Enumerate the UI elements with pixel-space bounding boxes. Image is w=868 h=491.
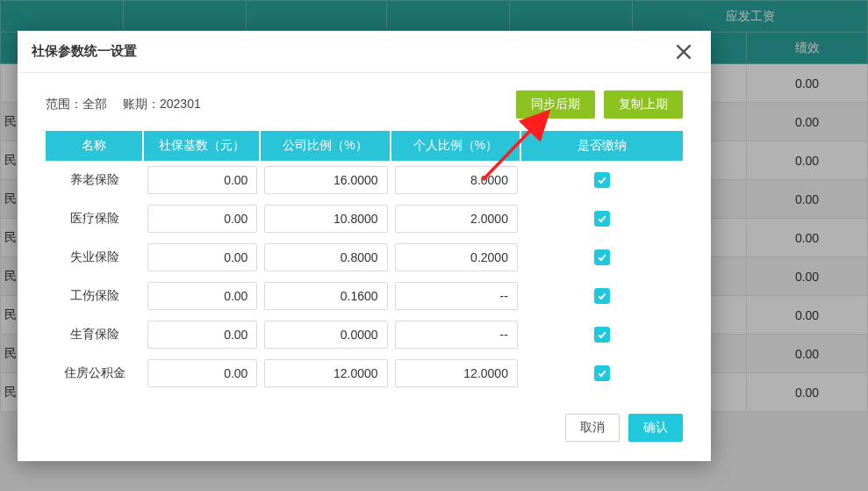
col-pay: 是否缴纳 (521, 131, 683, 161)
check-icon (597, 291, 607, 301)
pay-checkbox[interactable] (594, 327, 610, 343)
company-input[interactable] (264, 282, 387, 310)
bg-cell-perf: 0.00 (747, 103, 868, 141)
person-input[interactable] (395, 321, 518, 349)
check-icon (597, 252, 607, 263)
table-row: 失业保险 (46, 238, 683, 277)
row-name: 住房公积金 (46, 354, 144, 393)
person-input[interactable] (395, 166, 518, 194)
person-input[interactable] (395, 282, 518, 310)
bg-cell-perf: 0.00 (747, 296, 868, 335)
base-input[interactable] (147, 243, 257, 271)
table-row: 生育保险 (46, 315, 683, 354)
check-icon (597, 213, 607, 224)
scope-value: 全部 (82, 97, 107, 111)
insurance-grid: 名称 社保基数（元） 公司比例（%） 个人比例（%） 是否缴纳 养老保险医疗保险… (46, 131, 683, 393)
pay-checkbox[interactable] (594, 288, 610, 304)
pay-checkbox[interactable] (594, 172, 610, 188)
company-input[interactable] (264, 205, 387, 233)
base-input[interactable] (147, 359, 257, 387)
meta-row: 范围：全部 账期：202301 同步后期 复制上期 (46, 73, 683, 131)
person-input[interactable] (395, 243, 518, 271)
company-input[interactable] (264, 359, 387, 387)
bg-cell-perf: 0.00 (747, 141, 868, 180)
bg-cell-perf: 0.00 (747, 335, 868, 373)
modal-header: 社保参数统一设置 (18, 31, 711, 73)
base-input[interactable] (147, 282, 257, 310)
pay-checkbox[interactable] (594, 211, 610, 227)
company-input[interactable] (264, 166, 387, 194)
row-name: 失业保险 (46, 238, 144, 277)
person-input[interactable] (395, 359, 518, 387)
bg-cell-perf: 0.00 (747, 64, 868, 103)
table-row: 医疗保险 (46, 199, 683, 238)
cancel-button[interactable]: 取消 (565, 414, 620, 442)
table-row: 住房公积金 (46, 354, 683, 393)
col-company: 公司比例（%） (261, 131, 391, 161)
bg-cell-perf: 0.00 (747, 257, 868, 296)
period-label: 账期： (123, 97, 160, 111)
check-icon (597, 175, 607, 185)
table-row: 工伤保险 (46, 277, 683, 315)
row-name: 工伤保险 (46, 277, 144, 315)
col-base: 社保基数（元） (144, 131, 261, 161)
confirm-button[interactable]: 确认 (628, 414, 683, 442)
scope-label: 范围： (46, 97, 82, 111)
row-name: 生育保险 (46, 315, 144, 354)
sync-later-button[interactable]: 同步后期 (516, 90, 595, 119)
modal-footer: 取消 确认 (556, 414, 683, 442)
close-icon (674, 42, 693, 61)
period-value: 202301 (160, 97, 201, 111)
bg-cell-perf: 0.00 (747, 373, 868, 412)
bg-header-perf: 绩效 (747, 32, 868, 64)
base-input[interactable] (147, 166, 257, 194)
modal-title: 社保参数统一设置 (32, 43, 137, 60)
close-button[interactable] (674, 42, 693, 61)
col-person: 个人比例（%） (391, 131, 521, 161)
bg-cell-perf: 0.00 (747, 219, 868, 257)
pay-checkbox[interactable] (594, 249, 610, 265)
copy-previous-button[interactable]: 复制上期 (604, 90, 683, 119)
row-name: 医疗保险 (46, 199, 144, 238)
modal-social-insurance-settings: 社保参数统一设置 范围：全部 账期：202301 同步后期 复制上期 名称 社保… (18, 31, 711, 461)
col-name: 名称 (46, 131, 144, 161)
company-input[interactable] (264, 321, 387, 349)
company-input[interactable] (264, 243, 387, 271)
check-icon (597, 368, 607, 379)
person-input[interactable] (395, 205, 518, 233)
base-input[interactable] (147, 321, 257, 349)
table-row: 养老保险 (46, 161, 683, 199)
base-input[interactable] (147, 205, 257, 233)
row-name: 养老保险 (46, 161, 144, 199)
check-icon (597, 329, 607, 340)
bg-cell-perf: 0.00 (747, 180, 868, 219)
pay-checkbox[interactable] (594, 365, 610, 381)
bg-header-salary: 应发工资 (633, 1, 868, 32)
